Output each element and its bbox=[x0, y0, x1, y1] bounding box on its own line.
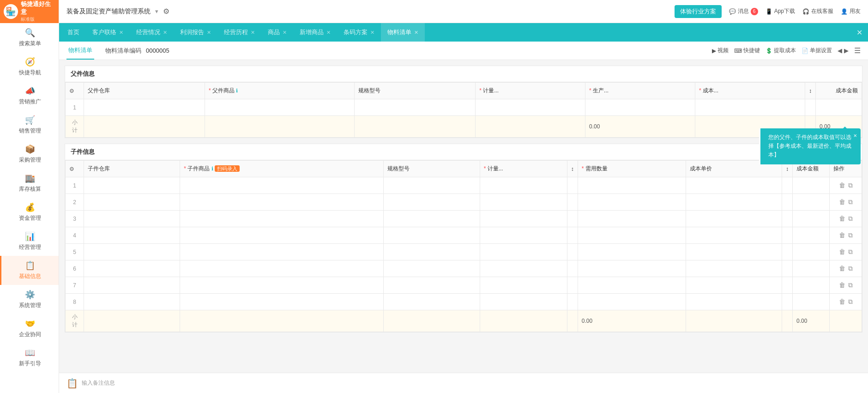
settings-icon[interactable]: ⚙ bbox=[163, 7, 169, 16]
child-cell-unit-7[interactable] bbox=[480, 277, 567, 294]
child-cell-unit-cost-1[interactable] bbox=[686, 177, 782, 194]
child-cell-unit-5[interactable] bbox=[480, 244, 567, 260]
child-cell-warehouse-5[interactable] bbox=[84, 244, 180, 260]
extract-cost-button[interactable]: 💲 提取成本 bbox=[766, 47, 796, 54]
child-cell-qty-4[interactable] bbox=[578, 227, 686, 244]
delete-icon-1[interactable]: 🗑 bbox=[839, 181, 845, 189]
sub-tab-bom-list[interactable]: 物料清单 bbox=[66, 42, 94, 60]
child-cell-qty-8[interactable] bbox=[578, 294, 686, 310]
sidebar-item-guide[interactable]: 📖 新手引导 bbox=[0, 343, 59, 372]
child-cell-unit-cost-2[interactable] bbox=[686, 194, 782, 211]
close-all-tabs-button[interactable]: ✕ bbox=[853, 28, 866, 37]
copy-icon-8[interactable]: ⧉ bbox=[848, 298, 853, 306]
parent-cell-warehouse[interactable] bbox=[84, 99, 205, 116]
child-cell-goods-5[interactable] bbox=[180, 244, 384, 260]
app-download-button[interactable]: 📱 App下载 bbox=[766, 7, 795, 15]
single-settings-button[interactable]: 📄 单据设置 bbox=[802, 47, 832, 54]
sidebar-item-quick[interactable]: 🧭 快捷导航 bbox=[0, 52, 59, 81]
tab-history[interactable]: 经营历程 ✕ bbox=[217, 23, 261, 42]
delete-icon-2[interactable]: 🗑 bbox=[839, 198, 845, 206]
child-cell-goods-8[interactable] bbox=[180, 294, 384, 310]
prev-arrow[interactable]: ◀ bbox=[838, 47, 842, 54]
child-cell-goods-3[interactable] bbox=[180, 211, 384, 227]
child-cell-spec-2[interactable] bbox=[384, 194, 480, 211]
copy-icon-1[interactable]: ⧉ bbox=[848, 181, 853, 189]
tab-profit[interactable]: 利润报告 ✕ bbox=[174, 23, 217, 42]
sidebar-item-marketing[interactable]: 📣 营销推广 bbox=[0, 81, 59, 110]
child-cell-goods-6[interactable] bbox=[180, 260, 384, 277]
child-cell-spec-8[interactable] bbox=[384, 294, 480, 310]
parent-col-settings[interactable]: ⚙ bbox=[66, 83, 84, 99]
trial-button[interactable]: 体验行业方案 bbox=[675, 5, 722, 18]
delete-icon-4[interactable]: 🗑 bbox=[839, 231, 845, 239]
tab-goods[interactable]: 商品 ✕ bbox=[261, 23, 293, 42]
child-cell-warehouse-7[interactable] bbox=[84, 277, 180, 294]
child-settings-gear-icon[interactable]: ⚙ bbox=[69, 166, 74, 172]
tab-bom[interactable]: 物料清单 ✕ bbox=[381, 23, 425, 42]
child-cell-unit-cost-3[interactable] bbox=[686, 211, 782, 227]
child-cell-unit-4[interactable] bbox=[480, 227, 567, 244]
delete-icon-7[interactable]: 🗑 bbox=[839, 281, 845, 289]
child-cell-spec-6[interactable] bbox=[384, 260, 480, 277]
tab-customer-close[interactable]: ✕ bbox=[119, 30, 123, 36]
child-cell-unit-cost-6[interactable] bbox=[686, 260, 782, 277]
child-cell-spec-7[interactable] bbox=[384, 277, 480, 294]
tab-bom-close[interactable]: ✕ bbox=[414, 30, 418, 36]
parent-cell-cost[interactable] bbox=[695, 99, 805, 116]
child-cell-spec-4[interactable] bbox=[384, 227, 480, 244]
parent-cell-production[interactable] bbox=[585, 99, 695, 116]
tab-profit-close[interactable]: ✕ bbox=[207, 30, 211, 36]
sidebar-item-purchase[interactable]: 📦 采购管理 bbox=[0, 139, 59, 169]
tab-history-close[interactable]: ✕ bbox=[251, 30, 255, 36]
copy-icon-7[interactable]: ⧉ bbox=[848, 281, 853, 289]
child-cell-qty-5[interactable] bbox=[578, 244, 686, 260]
sidebar-item-finance[interactable]: 💰 资金管理 bbox=[0, 198, 59, 227]
system-dropdown-icon[interactable]: ▾ bbox=[155, 8, 158, 15]
child-cell-goods-7[interactable] bbox=[180, 277, 384, 294]
sidebar-item-search[interactable]: 🔍 搜索菜单 bbox=[0, 23, 59, 52]
child-cell-warehouse-8[interactable] bbox=[84, 294, 180, 310]
child-cell-unit-cost-7[interactable] bbox=[686, 277, 782, 294]
child-cell-unit-3[interactable] bbox=[480, 211, 567, 227]
child-cell-unit-2[interactable] bbox=[480, 194, 567, 211]
parent-cell-spec[interactable] bbox=[355, 99, 476, 116]
child-cell-unit-cost-4[interactable] bbox=[686, 227, 782, 244]
copy-icon-6[interactable]: ⧉ bbox=[848, 265, 853, 272]
delete-icon-3[interactable]: 🗑 bbox=[839, 215, 845, 223]
delete-icon-6[interactable]: 🗑 bbox=[839, 265, 845, 272]
tooltip-close-button[interactable]: × bbox=[853, 131, 857, 141]
scan-badge[interactable]: 扫码录入 bbox=[215, 165, 240, 172]
menu-icon[interactable]: ☰ bbox=[854, 46, 861, 55]
child-col-settings[interactable]: ⚙ bbox=[66, 161, 84, 177]
sidebar-item-enterprise[interactable]: 🤝 企业协同 bbox=[0, 314, 59, 343]
delete-icon-8[interactable]: 🗑 bbox=[839, 298, 845, 306]
delete-icon-5[interactable]: 🗑 bbox=[839, 248, 845, 256]
child-cell-spec-1[interactable] bbox=[384, 177, 480, 194]
parent-cell-unit[interactable] bbox=[476, 99, 585, 116]
sub-tab-bom-code[interactable]: 物料清单编码 bbox=[103, 47, 143, 55]
tab-operations[interactable]: 经营情况 ✕ bbox=[130, 23, 174, 42]
view-video-button[interactable]: ▶ 视频 bbox=[712, 47, 729, 54]
tab-operations-close[interactable]: ✕ bbox=[163, 30, 167, 36]
copy-icon-5[interactable]: ⧉ bbox=[848, 248, 853, 256]
child-cell-spec-3[interactable] bbox=[384, 211, 480, 227]
child-cell-qty-1[interactable] bbox=[578, 177, 686, 194]
tab-new-goods-close[interactable]: ✕ bbox=[326, 30, 331, 36]
copy-icon-3[interactable]: ⧉ bbox=[848, 215, 853, 223]
sidebar-item-sales[interactable]: 🛒 销售管理 bbox=[0, 110, 59, 139]
next-arrow[interactable]: ▶ bbox=[844, 47, 849, 54]
child-cell-warehouse-4[interactable] bbox=[84, 227, 180, 244]
sidebar-item-system[interactable]: ⚙️ 系统管理 bbox=[0, 285, 59, 314]
child-cell-unit-8[interactable] bbox=[480, 294, 567, 310]
sidebar-item-basic[interactable]: 📋 基础信息 bbox=[0, 256, 59, 285]
child-cell-qty-2[interactable] bbox=[578, 194, 686, 211]
child-cell-unit-cost-5[interactable] bbox=[686, 244, 782, 260]
sidebar-item-operations[interactable]: 📊 经营管理 bbox=[0, 227, 59, 256]
child-cell-spec-5[interactable] bbox=[384, 244, 480, 260]
tab-new-goods[interactable]: 新增商品 ✕ bbox=[293, 23, 337, 42]
tab-goods-close[interactable]: ✕ bbox=[283, 30, 287, 36]
shortcut-button[interactable]: ⌨ 快捷键 bbox=[734, 47, 760, 54]
tab-customer[interactable]: 客户联络 ✕ bbox=[86, 23, 130, 42]
child-cell-qty-6[interactable] bbox=[578, 260, 686, 277]
child-cell-goods-2[interactable] bbox=[180, 194, 384, 211]
